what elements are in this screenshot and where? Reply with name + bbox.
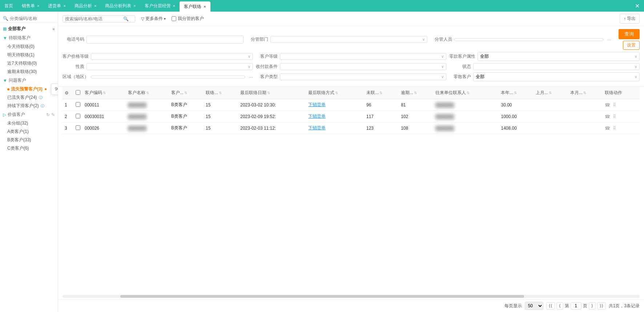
toolbar-search-icon[interactable]: 🔍 — [123, 16, 129, 21]
last-page-button[interactable]: ⟩⟩ — [597, 302, 606, 309]
page-input[interactable] — [571, 302, 581, 309]
col-contact[interactable]: 联络...⇅ — [204, 87, 238, 99]
group-problem-customers[interactable]: ▼ 问题客户 — [0, 76, 58, 85]
tab-customer-tier[interactable]: 客户分层经营 × — [140, 0, 180, 12]
my-customers-checkbox-label[interactable]: 我分管的客户 — [172, 16, 204, 22]
sidebar-item-declining[interactable]: 持续下滑客户(2) ⓘ — [0, 102, 58, 110]
sidebar-item-class-c[interactable]: C类客户(6) — [0, 144, 58, 153]
tab-home[interactable]: 首页 — [0, 0, 17, 12]
filter-payment-select[interactable]: ∨ — [280, 63, 446, 70]
col-name[interactable]: 客户名称⇅ — [126, 87, 169, 99]
my-customers-checkbox[interactable] — [172, 16, 176, 21]
filter-customer-type-select[interactable]: ∨ — [280, 73, 446, 80]
col-last-date[interactable]: 最后联络日期⇅ — [238, 87, 306, 99]
more-action-icon[interactable]: ⠿ — [613, 126, 616, 131]
more-action-icon[interactable]: ⠿ — [613, 114, 616, 119]
last-method-link[interactable]: 下销货单 — [308, 125, 326, 130]
query-button[interactable]: 查询 — [619, 29, 640, 39]
close-tab-analysis-list[interactable]: × — [133, 4, 136, 8]
group-value-customers[interactable]: ▷ 价值客户 ↻ ✎ — [0, 110, 58, 119]
tab-purchase[interactable]: 进货单 × — [44, 0, 70, 12]
sidebar-item-7days[interactable]: 近7天待联络(0) — [0, 59, 58, 68]
filter-region-select[interactable] — [91, 76, 245, 78]
filter-person-select[interactable] — [454, 38, 603, 41]
col-last-month[interactable]: 上月...⇅ — [534, 87, 568, 99]
all-customers-header[interactable]: ⊞ 全部客户 « — [0, 24, 58, 33]
toolbar-search-input[interactable] — [65, 16, 123, 21]
cell-last-method[interactable]: 下销货单 — [306, 122, 364, 134]
filter-status-select[interactable]: ∨ — [473, 63, 640, 70]
close-tab-sales[interactable]: × — [37, 4, 39, 8]
sidebar-search-input[interactable] — [10, 16, 55, 21]
cell-action[interactable]: ☎ ⠿ — [603, 99, 640, 111]
cell-last-method[interactable]: 下销货单 — [306, 99, 364, 111]
more-conditions-button[interactable]: ▽ 更多条件 ▾ — [138, 14, 169, 23]
group-pending-contact[interactable]: ▼ 待联络客户 — [0, 33, 58, 42]
col-not-contacted[interactable]: 未联...⇅ — [364, 87, 399, 99]
more-action-icon[interactable]: ⠿ — [613, 102, 616, 108]
row-checkbox[interactable] — [76, 102, 80, 107]
horizontal-scrollbar[interactable] — [63, 295, 640, 298]
contact-action-icon[interactable]: ☎ — [605, 114, 610, 119]
tab-analysis-list[interactable]: 商品分析列表 × — [101, 0, 140, 12]
sidebar-item-tomorrow[interactable]: 明天待联络(1) — [0, 51, 58, 59]
col-code[interactable]: 客户编码⇅ — [82, 87, 126, 99]
close-tab-purchase[interactable]: × — [63, 4, 65, 8]
filter-zero-customer-select[interactable]: 全部∨ — [478, 52, 640, 61]
window-close-button[interactable]: ✕ — [631, 3, 644, 9]
filter-phone-input[interactable] — [86, 36, 243, 44]
row-checkbox[interactable] — [76, 125, 80, 130]
edit-icon[interactable]: ✎ — [51, 112, 55, 117]
filter-price-level-select[interactable]: ∨ — [91, 53, 253, 60]
tab-customer-contact[interactable]: 客户联络 × — [180, 1, 210, 12]
col-contact-person[interactable]: 往来单位联系人⇅ — [433, 87, 499, 99]
tab-analysis[interactable]: 商品分析 × — [70, 0, 101, 12]
cell-checkbox[interactable] — [73, 99, 82, 111]
cell-last-method[interactable]: 下销货单 — [306, 111, 364, 122]
per-page-select[interactable]: 50 20 100 — [525, 302, 543, 310]
sidebar-item-today[interactable]: 今天待联络(0) — [0, 42, 58, 51]
scrollbar-thumb[interactable] — [120, 295, 524, 298]
close-tab-customer-tier[interactable]: × — [173, 4, 175, 8]
next-page-button[interactable]: ⟩ — [589, 302, 596, 309]
col-overdue[interactable]: 逾期...⇅ — [399, 87, 433, 99]
contact-action-icon[interactable]: ☎ — [605, 126, 610, 131]
sidebar-item-class-b[interactable]: B类客户(33) — [0, 136, 58, 144]
close-tab-customer-contact[interactable]: × — [204, 4, 206, 9]
row-checkbox[interactable] — [76, 114, 80, 118]
sidebar-item-lost-customers[interactable]: 已流失客户(24) ⓘ — [0, 93, 58, 102]
last-method-link[interactable]: 下销货单 — [308, 114, 326, 119]
sidebar-item-churn-warning[interactable]: 流失预警客户(3) ● — [0, 85, 58, 93]
col-settings[interactable]: ⚙ — [63, 87, 73, 99]
arrow-icon-2: ▼ — [3, 78, 7, 83]
sidebar-item-ungrouped[interactable]: 未分组(32) — [0, 119, 58, 127]
col-this-year[interactable]: 本年...⇅ — [499, 87, 533, 99]
filter-zero-retail-select[interactable]: 全部∨ — [473, 72, 640, 81]
filter-dept-select[interactable]: ∨ — [270, 36, 427, 43]
cell-checkbox[interactable] — [73, 111, 82, 122]
col-this-month[interactable]: 本月...⇅ — [568, 87, 603, 99]
filter-icon: ▽ — [141, 16, 144, 21]
more-options-icon[interactable]: ··· — [607, 37, 611, 42]
filter-customer-level-select[interactable]: ∨ — [280, 53, 446, 60]
export-button[interactable]: ↑ 导出 — [620, 14, 640, 24]
col-last-method[interactable]: 最后联络方式⇅ — [306, 87, 364, 99]
last-method-link[interactable]: 下销货单 — [308, 102, 326, 107]
settings-button[interactable]: 设置 — [623, 41, 640, 50]
col-type[interactable]: 客户...⇅ — [169, 87, 204, 99]
cell-action[interactable]: ☎ ⠿ — [603, 122, 640, 134]
sidebar-item-overdue[interactable]: 逾期未联络(30) — [0, 68, 58, 76]
close-tab-analysis[interactable]: × — [94, 4, 96, 8]
prev-page-button[interactable]: ⟨ — [556, 302, 563, 309]
first-page-button[interactable]: ⟨⟨ — [546, 302, 555, 309]
tab-sales[interactable]: 销售单 × — [17, 0, 44, 12]
contact-action-icon[interactable]: ☎ — [605, 102, 610, 108]
filter-nature-select[interactable]: ∨ — [86, 63, 253, 70]
refresh-icon[interactable]: ↻ — [46, 112, 50, 117]
settings-icon[interactable]: ⚙ — [65, 90, 69, 96]
more-options-icon-2[interactable]: ··· — [249, 74, 253, 80]
sidebar-item-class-a[interactable]: A类客户(1) — [0, 127, 58, 136]
select-all-checkbox[interactable] — [76, 90, 80, 95]
cell-action[interactable]: ☎ ⠿ — [603, 111, 640, 122]
cell-checkbox[interactable] — [73, 122, 82, 134]
